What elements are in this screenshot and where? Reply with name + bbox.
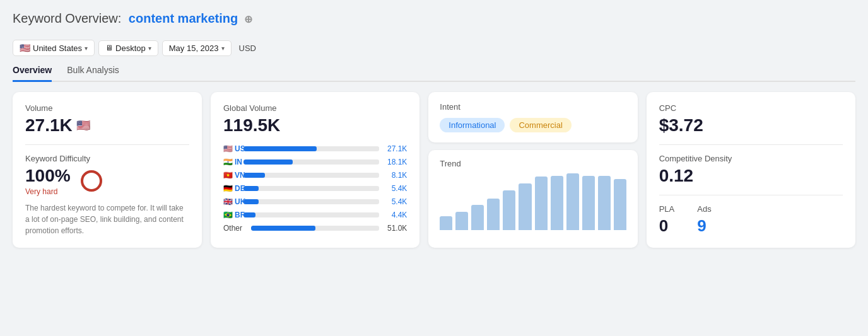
trend-card: Trend: [428, 150, 637, 248]
page-title: Keyword Overview: content marketing ⊕: [13, 11, 252, 26]
pla-value: 0: [659, 216, 675, 236]
country-filter[interactable]: 🇺🇸 United States ▾: [13, 40, 95, 56]
pla-item: PLA 0: [659, 204, 675, 236]
country-bar-row-br: 🇧🇷BR 4.4K: [223, 211, 407, 219]
add-keyword-icon[interactable]: ⊕: [244, 14, 252, 25]
currency-label: USD: [235, 41, 260, 55]
other-bar-row: Other 51.0K: [223, 224, 407, 233]
global-volume-card: Global Volume 119.5K 🇺🇸US 27.1K 🇮🇳IN 18.…: [211, 92, 419, 248]
volume-label: Volume: [25, 103, 189, 113]
country-bar-row-uk: 🇬🇧UK 5.4K: [223, 197, 407, 206]
cd-label: Competitive Density: [659, 154, 843, 163]
trend-bar-5: [503, 190, 515, 230]
other-label: Other: [223, 224, 246, 233]
kd-circle-chart: [79, 169, 103, 193]
date-filter[interactable]: May 15, 2023 ▾: [162, 40, 232, 56]
global-volume-value: 119.5K: [223, 115, 407, 136]
ads-value: 9: [697, 216, 711, 236]
cards-row: Volume 27.1K 🇺🇸 Keyword Difficulty 100% …: [13, 92, 855, 248]
global-volume-label: Global Volume: [223, 103, 407, 113]
trend-chart: [440, 173, 626, 230]
ads-label: Ads: [697, 204, 711, 214]
intent-label: Intent: [440, 102, 626, 112]
country-bar-row-vn: 🇻🇳VN 8.1K: [223, 171, 407, 180]
device-label: Desktop: [115, 43, 146, 53]
filter-bar: 🇺🇸 United States ▾ 🖥 Desktop ▾ May 15, 2…: [13, 40, 855, 56]
trend-bar-4: [487, 199, 500, 230]
kd-label: Keyword Difficulty: [25, 154, 189, 163]
country-flag: 🇺🇸: [20, 43, 30, 53]
chevron-down-icon: ▾: [85, 45, 88, 52]
volume-value: 27.1K 🇺🇸: [25, 115, 189, 136]
intent-trend-column: Intent Informational Commercial Trend: [428, 92, 637, 248]
date-label: May 15, 2023: [169, 43, 219, 53]
trend-bar-1: [440, 216, 452, 231]
tab-bar: Overview Bulk Analysis: [13, 65, 855, 82]
trend-bar-11: [598, 176, 611, 230]
kd-description: The hardest keyword to compete for. It w…: [25, 202, 189, 236]
trend-label: Trend: [440, 159, 626, 168]
device-filter[interactable]: 🖥 Desktop ▾: [98, 40, 158, 56]
kd-hardness: Very hard: [25, 187, 71, 196]
ads-item: Ads 9: [697, 204, 711, 236]
tab-bulk-analysis[interactable]: Bulk Analysis: [67, 65, 119, 82]
trend-bar-12: [614, 179, 626, 230]
trend-bar-3: [471, 205, 484, 230]
trend-bar-8: [551, 176, 563, 230]
cpc-label: CPC: [659, 103, 843, 113]
us-flag-icon: 🇺🇸: [76, 119, 90, 132]
tab-overview[interactable]: Overview: [13, 65, 52, 82]
kd-value: 100%: [25, 166, 71, 186]
country-bar-row-us: 🇺🇸US 27.1K: [223, 144, 407, 153]
trend-bar-6: [519, 183, 531, 230]
cd-value: 0.12: [659, 166, 843, 186]
intent-card: Intent Informational Commercial: [428, 92, 637, 142]
badge-commercial: Commercial: [510, 118, 571, 132]
badge-informational: Informational: [440, 118, 505, 132]
trend-bar-2: [455, 212, 468, 230]
chevron-down-icon: ▾: [148, 45, 151, 52]
svg-point-1: [82, 171, 101, 190]
trend-bar-10: [582, 176, 595, 230]
volume-keyword-card: Volume 27.1K 🇺🇸 Keyword Difficulty 100% …: [13, 92, 202, 248]
trend-bar-9: [566, 173, 579, 230]
chevron-down-icon: ▾: [221, 45, 225, 52]
country-bar-row-de: 🇩🇪DE 5.4K: [223, 184, 407, 193]
country-label: United States: [33, 43, 82, 53]
cpc-value: $3.72: [659, 115, 843, 136]
country-bar-row-in: 🇮🇳IN 18.1K: [223, 158, 407, 166]
device-icon: 🖥: [105, 43, 113, 52]
trend-bar-7: [535, 177, 548, 230]
pla-label: PLA: [659, 204, 675, 214]
cpc-card: CPC $3.72 Competitive Density 0.12 PLA 0…: [647, 92, 855, 248]
